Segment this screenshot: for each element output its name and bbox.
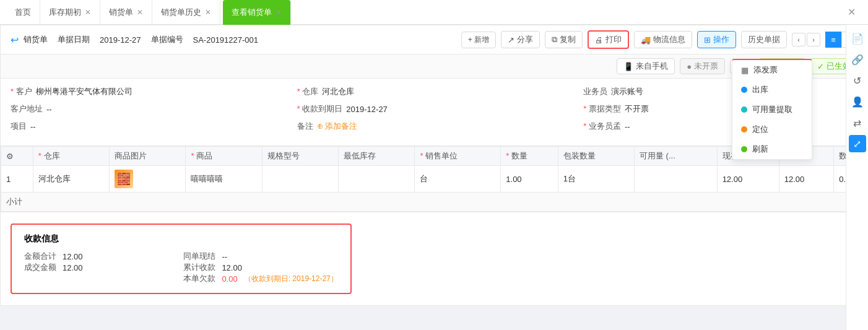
prev-arrow[interactable]: ‹ [792,33,805,46]
warehouse-label: 仓库 [297,86,319,97]
col-quantity: 数量 [501,147,558,166]
date-value: 2019-12-27 [100,35,141,45]
new-button[interactable]: + 新增 [461,32,496,48]
customer-value: 柳州粤港平安气体有限公司 [36,86,132,97]
logistics-button[interactable]: 🚚 物流信息 [634,31,692,48]
warehouse-field: 仓库 河北仓库 [297,86,571,97]
ticket-icon: ● [687,62,692,71]
from-mobile-btn[interactable]: 📱 来自手机 [617,58,675,74]
summary-row-settlement: 同单现结 -- [183,251,337,262]
total-label: 金额合计 [24,251,56,262]
customer-field: 客户 柳州粤港平安气体有限公司 [11,86,285,97]
sidebar-refresh-icon[interactable]: ↺ [849,72,866,89]
refresh-label: 刷新 [752,144,768,155]
note-label: 备注 [297,121,313,132]
dropdown-available-qty[interactable]: 可用量提取 [732,100,812,119]
salesperson2-value: -- [625,122,630,131]
truck-icon: 🚚 [641,35,651,45]
table-row: 1 河北仓库 🧱 嘻嘻嘻嘻 台 1.00 1台 12.00 12.00 0. [1,166,867,193]
col-available: 可用量 (... [634,147,717,166]
right-sidebar: 📄 🔗 ↺ 👤 ⇄ ⤢ [846,25,868,306]
project-field: 项目 -- [11,121,285,132]
col-package-qty: 包装数量 [558,147,634,166]
row-product: 嘻嘻嘻嘻 [186,166,262,193]
summary-col-right: 同单现结 -- 累计收款 12.00 本单欠款 0.00 （收款到期日: 201… [183,251,337,284]
sidebar-user-icon[interactable]: 👤 [849,93,866,110]
tab-view-sales[interactable]: 查看销货单 ✕ [223,0,291,25]
form-row-1: 客户 柳州粤港平安气体有限公司 仓库 河北仓库 业务员 演示账号 [11,86,857,97]
dropdown-refresh[interactable]: 刷新 [732,139,812,159]
sales-order-icon: ↩ [11,34,19,46]
settlement-label: 同单现结 [183,251,215,262]
sidebar-link-icon[interactable]: 🔗 [849,51,866,68]
row-product-img: 🧱 [110,166,186,193]
share-button[interactable]: ↗ 分享 [501,31,540,48]
tab-bar: 首页 库存期初 ✕ 销货单 ✕ 销货单历史 ✕ 查看销货单 ✕ ✕ [0,0,868,25]
copy-button[interactable]: ⧉ 复制 [545,31,583,48]
close-inventory-tab[interactable]: ✕ [85,8,91,17]
customer-addr-field: 客户地址 -- [11,103,285,115]
owed-label: 本单欠款 [183,273,215,284]
sidebar-expand-icon[interactable]: ⤢ [849,135,866,152]
close-view-sales-tab[interactable]: ✕ [276,8,282,17]
summary-row-collected: 累计收款 12.00 [183,262,337,273]
row-stock: 12.00 [717,166,779,193]
bill-type-label: 票据类型 [583,103,621,115]
history-button[interactable]: 历史单据 [741,31,787,48]
operate-button[interactable]: ⊞ 操作 [697,31,736,48]
col-settings[interactable]: ⚙ [1,147,33,166]
print-icon: 🖨 [595,35,603,45]
tab-home[interactable]: 首页 [6,0,40,25]
tab-sales[interactable]: 销货单 ✕ [100,0,152,25]
bill-type-field: 票据类型 不开票 [583,103,857,115]
dropdown-ship-out[interactable]: 出库 [732,80,812,100]
operate-dropdown: ▦ 添发票 出库 可用量提取 定位 刷新 [732,59,812,160]
not-open-btn[interactable]: ● 未开票 [680,58,725,74]
total-value: 12.00 [63,252,83,261]
close-all-tabs[interactable]: ✕ [841,6,862,18]
number-value: SA-20191227-001 [193,35,259,45]
date-label: 单据日期 [58,34,90,45]
salesperson2-label: 业务员孟 [583,121,621,132]
col-product: 商品 [186,147,262,166]
dropdown-add-invoice[interactable]: ▦ 添发票 [732,60,812,80]
deal-label: 成交金额 [24,262,56,273]
copy-icon: ⧉ [552,35,557,45]
project-value: -- [30,122,36,131]
summary-row-total: 金额合计 12.00 [24,251,178,262]
number-label: 单据编号 [151,34,183,45]
col-warehouse: 仓库 [33,147,109,166]
payment-date-field: 收款到期日 2019-12-27 [297,103,571,115]
close-sales-history-tab[interactable]: ✕ [205,8,211,17]
summary-row-deal: 成交金额 12.00 [24,262,178,273]
sidebar-doc-icon[interactable]: 📄 [849,30,866,47]
next-arrow[interactable]: › [807,33,820,46]
shipout-dot-icon [741,87,747,93]
row-spec [262,166,338,193]
salesperson-label: 业务员 [583,86,607,97]
print-button[interactable]: 🖨 打印 [588,30,629,49]
note-field: 备注 ⊕ 添加备注 [297,121,571,132]
col-product-img: 商品图片 [110,147,186,166]
form-row-3: 项目 -- 备注 ⊕ 添加备注 业务员孟 -- [11,121,857,132]
tab-inventory[interactable]: 库存期初 ✕ [40,0,100,25]
invoice-icon: ▦ [741,66,749,75]
plus-icon: ⊕ [317,121,323,131]
col-min-stock: 最低库存 [339,147,415,166]
tab-sales-history[interactable]: 销货单历史 ✕ [152,0,220,25]
list-view-btn[interactable]: ≡ [825,32,841,48]
collected-label: 累计收款 [183,262,215,273]
sidebar-exchange-icon[interactable]: ⇄ [849,114,866,131]
owed-note: （收款到期日: 2019-12-27） [244,274,338,284]
row-sales-unit: 台 [415,166,501,193]
add-note-btn[interactable]: ⊕ 添加备注 [317,121,358,132]
form-row-2: 客户地址 -- 收款到期日 2019-12-27 票据类型 不开票 [11,103,857,115]
nav-arrows: ‹ › [792,33,820,46]
close-sales-tab[interactable]: ✕ [137,8,143,17]
owed-value: 0.00 [222,274,237,284]
dropdown-locate[interactable]: 定位 [732,119,812,139]
row-index: 1 [1,166,33,193]
product-thumbnail: 🧱 [115,170,133,188]
summary-row-owed: 本单欠款 0.00 （收款到期日: 2019-12-27） [183,273,337,284]
summary-section: 收款信息 金额合计 12.00 成交金额 12.00 同单现结 -- [1,212,867,305]
